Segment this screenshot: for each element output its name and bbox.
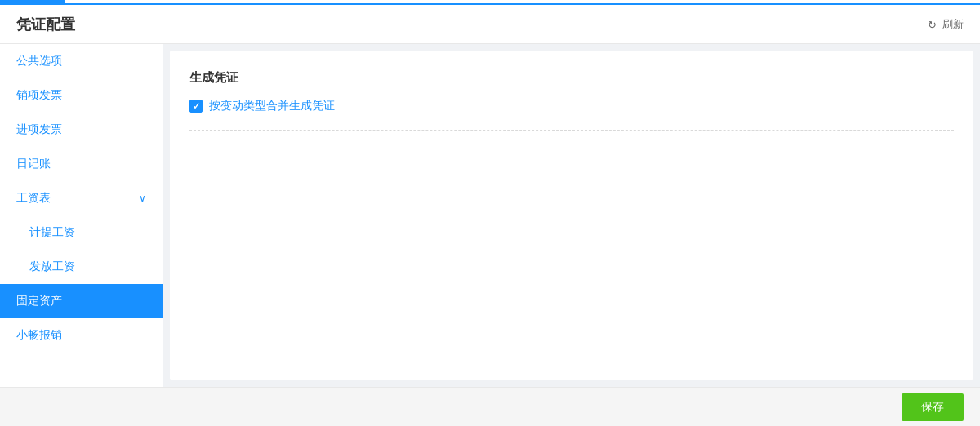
sidebar-item-purchase-invoice[interactable]: 进项发票 [0,113,163,147]
sidebar-item-payroll-table[interactable]: 工资表∨ [0,181,163,215]
sidebar-item-public-options[interactable]: 公共选项 [0,44,163,78]
page-footer: 保存 [0,387,980,426]
sidebar-item-label: 发放工资 [29,260,75,274]
sidebar-item-sales-invoice[interactable]: 销项发票 [0,78,163,113]
refresh-button[interactable]: ↻ 刷新 [928,17,964,32]
sidebar-item-journal[interactable]: 日记账 [0,147,163,181]
page-title: 凭证配置 [16,15,75,34]
sidebar-item-expense-report[interactable]: 小畅报销 [0,318,163,353]
page-header: 凭证配置 ↻ 刷新 [0,5,980,44]
save-button[interactable]: 保存 [902,393,964,421]
sidebar-item-calc-salary[interactable]: 计提工资 [0,215,163,250]
sidebar-item-label: 小畅报销 [16,328,62,343]
sidebar-item-label: 销项发票 [16,88,62,103]
body-container: 公共选项销项发票进项发票日记账工资表∨计提工资发放工资固定资产小畅报销 生成凭证… [0,44,980,387]
chevron-down-icon: ∨ [139,193,146,204]
sidebar-item-label: 固定资产 [16,294,62,308]
checkbox-row: 按变动类型合并生成凭证 [189,99,954,113]
sidebar-item-label: 进项发票 [16,122,62,137]
tab-active-indicator [0,0,65,3]
sidebar-item-label: 计提工资 [29,225,75,240]
refresh-icon: ↻ [928,19,939,30]
section-title: 生成凭证 [189,70,954,86]
merge-checkbox[interactable] [189,100,203,113]
section-divider [189,130,954,131]
sidebar-item-label: 工资表 [16,191,51,206]
sidebar: 公共选项销项发票进项发票日记账工资表∨计提工资发放工资固定资产小畅报销 [0,44,163,387]
merge-checkbox-label[interactable]: 按变动类型合并生成凭证 [209,99,335,113]
refresh-label: 刷新 [942,17,964,32]
tab-bar [0,0,980,5]
sidebar-item-label: 日记账 [16,157,51,171]
sidebar-item-pay-salary[interactable]: 发放工资 [0,250,163,284]
sidebar-item-fixed-assets[interactable]: 固定资产 [0,284,163,318]
sidebar-item-label: 公共选项 [16,54,62,69]
main-content: 生成凭证 按变动类型合并生成凭证 [170,51,973,380]
